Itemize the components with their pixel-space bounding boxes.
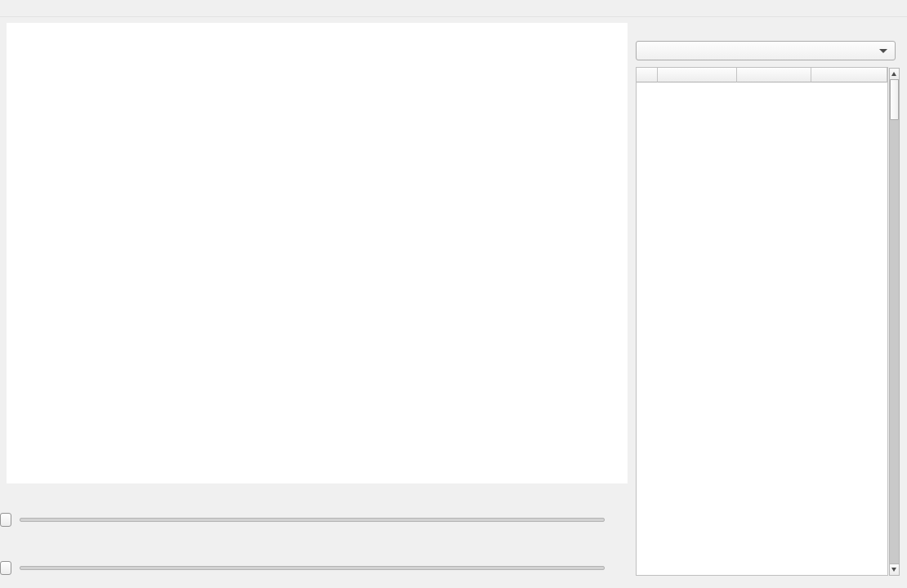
table-corner-cell [637,68,658,82]
scrollbar-thumb[interactable] [890,79,899,120]
azimuth-slider-handle[interactable] [0,513,11,527]
arrow-down-icon [891,568,896,572]
table-header-column-c[interactable] [811,68,887,82]
chevron-down-icon [879,49,887,53]
table-header-column-b[interactable] [737,68,811,82]
plot-figure [7,23,628,483]
azimuth-slider-track[interactable] [20,518,605,522]
table-header [637,68,887,82]
wireframe-3d-plot [7,23,628,483]
scroll-down-button[interactable] [890,564,899,575]
scroll-up-button[interactable] [890,69,899,80]
menu-bar [0,0,907,17]
arrow-up-icon [891,72,896,76]
elevation-slider-handle[interactable] [0,561,11,575]
plot-type-select[interactable] [636,41,896,60]
elevation-slider-track[interactable] [20,566,605,570]
table-header-column-a[interactable] [658,68,737,82]
app-window [0,0,907,588]
data-table[interactable] [636,67,888,576]
table-scrollbar[interactable] [889,68,900,576]
